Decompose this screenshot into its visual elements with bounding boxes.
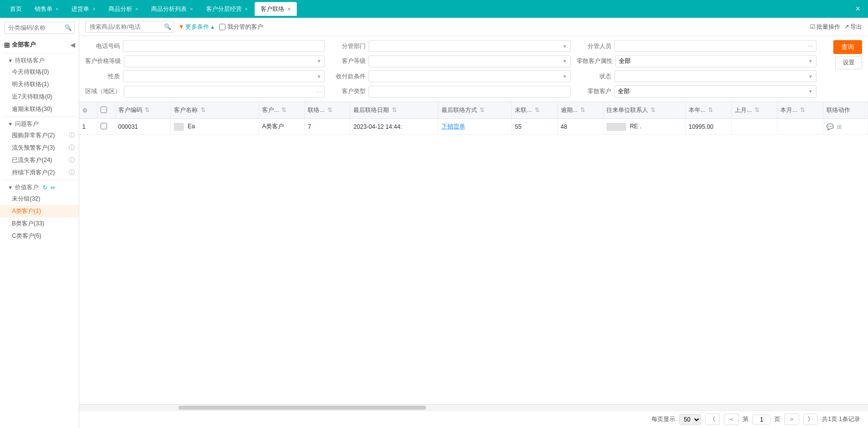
export-btn[interactable]: ↗ 导出: [844, 23, 862, 31]
nav-tab-purchase[interactable]: 进货单 ×: [65, 2, 101, 16]
sort-icon-method[interactable]: ⇅: [480, 107, 485, 113]
nav-tab-analysis-list[interactable]: 商品分析列表 ×: [145, 2, 199, 16]
close-analysis-tab[interactable]: ×: [135, 6, 138, 12]
page-last-btn[interactable]: 》: [803, 414, 818, 425]
adv-cell-person: 分管人员 ···: [577, 40, 822, 52]
close-analysis-list-tab[interactable]: ×: [190, 6, 193, 12]
sort-icon-contact[interactable]: ⇅: [327, 107, 332, 113]
sidebar-item-class-a[interactable]: A类客户(1): [0, 205, 79, 217]
close-sales-tab[interactable]: ×: [55, 6, 58, 12]
price-grade-label: 客户价格等级: [85, 57, 121, 65]
close-segment-tab[interactable]: ×: [245, 6, 248, 12]
sort-icon-ty[interactable]: ⇅: [708, 107, 713, 113]
page-input[interactable]: [753, 415, 770, 425]
qr-icon[interactable]: ⊞: [837, 123, 842, 130]
sidebar-item-7days[interactable]: 近7天待联络(0): [0, 91, 79, 103]
sort-icon-code[interactable]: ⇅: [145, 107, 150, 113]
cust-grade-select[interactable]: ▼: [369, 55, 571, 67]
table-container: ⚙ 客户编码 ⇅ 客户名称 ⇅: [79, 102, 868, 404]
payment-select[interactable]: ▼: [369, 70, 571, 82]
setting-button[interactable]: 设置: [835, 56, 862, 69]
sidebar-item-churn-risk[interactable]: 流失预警客户(3) ⓘ: [0, 142, 79, 154]
price-grade-select[interactable]: ▼: [124, 55, 325, 67]
nav-tab-customer-segment[interactable]: 客户分层经营 ×: [200, 2, 254, 16]
nav-tab-home[interactable]: 首页: [4, 3, 28, 15]
sidebar-group-value[interactable]: ▼ 价值客户 ↻ ✏: [0, 181, 79, 193]
filter-more-btn[interactable]: ▼ 更多条件 ▲: [178, 23, 215, 31]
sort-icon-tm[interactable]: ⇅: [800, 107, 805, 113]
sort-icon-overdue[interactable]: ⇅: [580, 107, 585, 113]
table-row: 1 000031 Ea A类客户 7 2023-04-12 14:44:: [79, 119, 868, 135]
th-checkbox: [97, 102, 115, 119]
sort-icon-nc[interactable]: ⇅: [535, 107, 540, 113]
retail-select[interactable]: 全部 ▼: [614, 85, 816, 98]
adv-filter-row-3: 性质 ▼ 收付款条件 ▼: [85, 70, 822, 82]
td-last-date: 2023-04-12 14:44:: [350, 119, 438, 135]
sort-icon-uc[interactable]: ⇅: [651, 107, 655, 113]
page-next-btn[interactable]: ＞: [784, 414, 799, 425]
action-icons: 💬 ⊞: [826, 123, 865, 130]
adv-cell-status: 状态 ▼: [577, 70, 822, 82]
sidebar-item-declining[interactable]: 持续下滑客户(2) ⓘ: [0, 166, 79, 179]
sort-icon-name[interactable]: ⇅: [201, 107, 206, 113]
sidebar-group-pending[interactable]: ▼ 待联络客户: [0, 54, 79, 66]
nav-tab-sales[interactable]: 销售单 ×: [29, 2, 64, 16]
sidebar-group-problem[interactable]: ▼ 问题客户: [0, 118, 79, 129]
dots-icon-2[interactable]: ···: [317, 88, 322, 95]
my-customers-checkbox[interactable]: 我分管的客户: [219, 23, 263, 31]
pagination: 每页显示 50 《 ＜ 第 页 ＞ 》 共1页 1条记录: [79, 410, 868, 428]
th-last-month: 上月... ⇅: [732, 102, 777, 119]
adv-cell-cust-type: 客户类型: [331, 86, 577, 98]
th-name: 客户名称 ⇅: [171, 102, 259, 119]
th-gear: ⚙: [79, 102, 97, 119]
scroll-thumb[interactable]: [178, 406, 426, 410]
query-button[interactable]: 查询: [833, 40, 862, 54]
sidebar-item-class-c[interactable]: C类客户(6): [0, 230, 79, 242]
app-close-button[interactable]: ×: [852, 2, 864, 15]
row-checkbox[interactable]: [101, 123, 107, 129]
page-first-btn[interactable]: 《: [705, 414, 720, 425]
retail-attr-select[interactable]: 全部 ▼: [615, 55, 816, 67]
status-select[interactable]: ▼: [614, 70, 816, 82]
batch-op-btn[interactable]: ☑ 批量操作: [810, 23, 840, 31]
adv-filter-buttons: 查询 设置: [822, 40, 862, 98]
sidebar-item-churned[interactable]: 已流失客户(24) ⓘ: [0, 154, 79, 166]
select-all-checkbox[interactable]: [101, 107, 107, 113]
cust-type-input[interactable]: [369, 86, 571, 98]
sidebar-item-tomorrow[interactable]: 明天待联络(1): [0, 78, 79, 91]
sort-icon-date[interactable]: ⇅: [392, 107, 397, 113]
sidebar-all-customers[interactable]: ⊞ 全部客户 ◀: [0, 38, 79, 52]
close-contact-tab[interactable]: ×: [287, 6, 290, 12]
dept-select[interactable]: ▼: [369, 40, 571, 52]
nav-tab-customer-contact[interactable]: 客户联络 ×: [255, 2, 296, 16]
nav-tab-analysis[interactable]: 商品分析 ×: [103, 2, 144, 16]
filter-bar: 🔍 ▼ 更多条件 ▲ 我分管的客户 ☑ 批量操作 ↗ 导出: [79, 18, 868, 36]
gear-icon[interactable]: ⚙: [82, 107, 88, 114]
chevron-down-icon-2: ▼: [317, 58, 322, 64]
sidebar-item-hoarding[interactable]: 囤购异常客户(2) ⓘ: [0, 129, 79, 142]
person-input[interactable]: ···: [614, 40, 816, 52]
adv-filter-row-4: 区域（地区） ··· 客户类型 零散客户: [85, 85, 822, 98]
chevron-down-icon-5: ▼: [317, 74, 322, 79]
sidebar-item-unclassified[interactable]: 未分组(32): [0, 193, 79, 205]
status-label: 状态: [577, 72, 611, 81]
last-method-link[interactable]: 下销货单: [441, 123, 465, 130]
close-purchase-tab[interactable]: ×: [92, 6, 95, 12]
horizontal-scrollbar[interactable]: [79, 404, 868, 410]
sidebar-item-today[interactable]: 今天待联络(0): [0, 66, 79, 78]
page-prev-btn[interactable]: ＜: [724, 414, 739, 425]
unit-contact-avatar: [606, 123, 626, 131]
nature-select[interactable]: ▼: [123, 70, 325, 82]
region-input[interactable]: ···: [124, 86, 325, 98]
chat-icon[interactable]: 💬: [826, 123, 834, 130]
sidebar-item-overdue[interactable]: 逾期未联络(30): [0, 103, 79, 115]
sidebar-item-class-b[interactable]: B类客户(33): [0, 217, 79, 230]
dots-icon[interactable]: ···: [808, 43, 813, 50]
filter-search-input[interactable]: [85, 21, 174, 33]
per-page-select[interactable]: 50: [679, 414, 701, 425]
my-customers-check[interactable]: [219, 24, 225, 30]
sort-icon-lm[interactable]: ⇅: [755, 107, 760, 113]
sort-icon-ctype[interactable]: ⇅: [281, 107, 286, 113]
phone-input[interactable]: [123, 40, 325, 52]
th-unit-contact: 往来单位联系人 ⇅: [603, 102, 685, 119]
